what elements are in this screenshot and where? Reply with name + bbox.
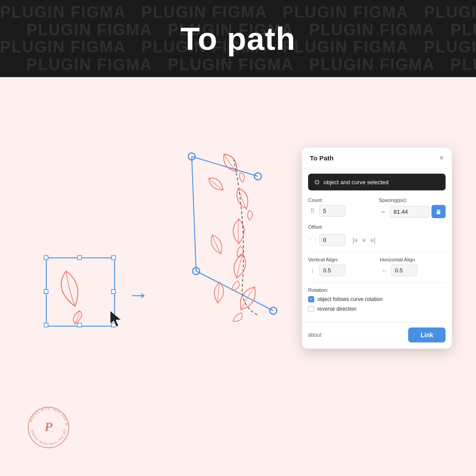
align-row: Vertical Align: ↕ Horizontal Align ↔ [308,257,446,276]
align-right-icon[interactable]: ≡| [369,236,377,245]
count-group: Count: ⠿ [308,197,372,217]
vertical-align-label: Vertical Align: [308,257,374,262]
status-icon: ⊙ [314,178,320,186]
count-spacing-row: Count: ⠿ Spacing(px): ⇔ [308,197,446,218]
svg-text:→: → [49,429,54,434]
panel-footer: about Link [302,322,452,349]
svg-line-12 [196,271,273,311]
rotation-label: Rotation: [308,287,446,293]
vertical-align-group: Vertical Align: ↕ [308,257,374,276]
svg-line-11 [192,156,196,271]
banner-row-1: PLUGIN FIGMA PLUGIN FIGMA PLUGIN FIGMA P… [0,4,476,20]
align-buttons: |≡ ≡ ≡| [351,236,377,245]
svg-rect-5 [112,290,115,294]
offset-label: Offset: [308,224,323,230]
header-banner: PLUGIN FIGMA PLUGIN FIGMA PLUGIN FIGMA P… [0,0,476,77]
horizontal-align-label: Horizontal Align [380,257,446,262]
canvas-area: → [18,112,295,421]
close-button[interactable]: × [439,154,444,162]
status-text: object and curve selected [324,179,388,186]
watermark: works with text too whaat works with tex… [26,405,71,450]
svg-rect-4 [44,290,48,294]
divider-2 [308,283,446,283]
offset-input[interactable] [319,234,346,246]
offset-icon: ⋮⋮⋮ [308,237,317,243]
panel-title: To Path [310,154,334,162]
spacing-group: Spacing(px): ⇔ [379,197,446,218]
plugin-panel: To Path × ⊙ object and curve selected Co… [302,148,452,349]
spacing-icon: ⇔ [379,209,387,214]
illustration-svg: → [18,112,295,412]
horizontal-align-group: Horizontal Align ↔ [380,257,446,276]
svg-rect-3 [112,256,115,260]
checkbox-reverse-box[interactable] [308,306,314,312]
page-title: To path [180,21,296,57]
checkbox-rotation-row[interactable]: ✓ object follows curve rotation [308,296,446,302]
checkbox-rotation-check: ✓ [309,297,313,301]
svg-rect-17 [437,211,440,214]
vertical-align-input[interactable] [319,264,346,276]
svg-rect-6 [44,323,48,327]
svg-rect-7 [78,323,82,327]
svg-rect-0 [46,258,115,326]
canvas-arrow: → [128,283,149,306]
banner-row-4: PLUGIN FIGMA PLUGIN FIGMA PLUGIN FIGMA P… [26,57,476,73]
lock-icon [435,208,442,215]
checkbox-rotation-box[interactable]: ✓ [308,296,314,302]
count-input[interactable] [319,205,346,217]
about-link[interactable]: about [308,332,321,338]
watermark-svg: works with text too whaat works with tex… [26,405,71,450]
count-icon: ⠿ [308,208,317,214]
horizontal-align-input[interactable] [391,264,417,276]
status-bar: ⊙ object and curve selected [308,174,446,190]
panel-body: Count: ⠿ Spacing(px): ⇔ [302,196,452,322]
spacing-label: Spacing(px): [379,197,446,203]
checkbox-rotation-label: object follows curve rotation [317,296,383,302]
checkbox-reverse-label: reverse direction [317,306,357,312]
link-button[interactable]: Link [408,327,446,342]
main-area: → [0,77,476,476]
count-label: Count: [308,197,372,203]
offset-row: Offset: ⋮⋮⋮ |≡ ≡ ≡| [308,224,446,246]
checkbox-reverse-row[interactable]: reverse direction [308,306,446,312]
divider-1 [308,252,446,253]
svg-rect-1 [44,256,48,260]
vertical-align-icon: ↕ [308,267,317,274]
horizontal-align-icon: ↔ [380,267,389,274]
spacing-input[interactable] [390,206,429,218]
spacing-lock-button[interactable] [431,205,446,218]
svg-line-10 [192,156,258,176]
align-center-icon[interactable]: ≡ [361,236,367,245]
svg-rect-2 [78,256,82,260]
align-left-icon[interactable]: |≡ [351,236,359,245]
panel-header: To Path × [302,148,452,168]
